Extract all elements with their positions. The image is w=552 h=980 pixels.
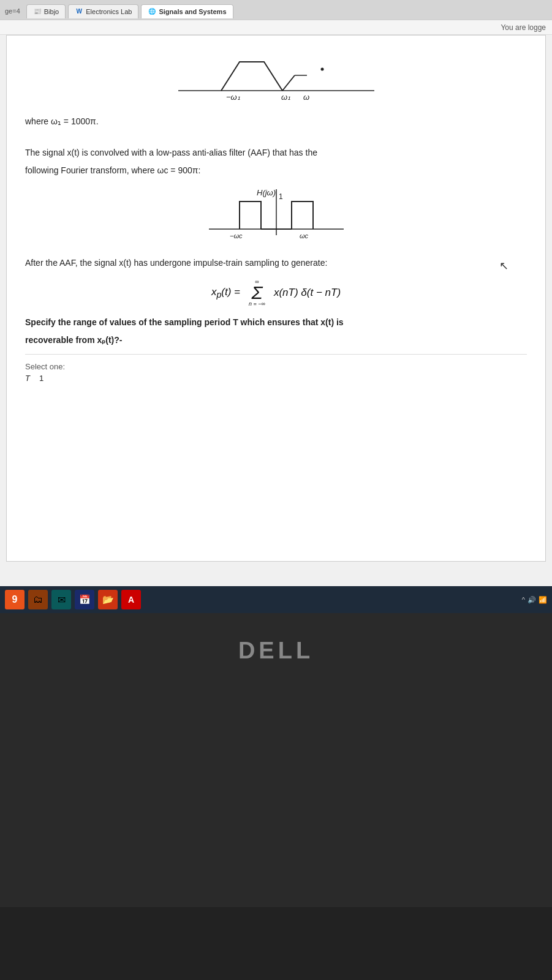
svg-text:ωc: ωc: [300, 232, 309, 239]
orange-icon-label: 9: [12, 594, 18, 605]
signals-icon: 🌐: [148, 7, 156, 16]
bibjo-icon: 📰: [33, 7, 42, 16]
tab-bibjo-label: Bibjo: [44, 8, 59, 15]
dell-logo-container: DELL: [238, 638, 314, 664]
formula-rest: x(nT) δ(t − nT): [274, 287, 341, 299]
divider: [25, 354, 527, 355]
taskbar-icon-pdf[interactable]: A: [121, 590, 141, 609]
cursor-icon: ↖: [499, 259, 509, 273]
svg-text:ω₁: ω₁: [281, 92, 290, 102]
taskbar: 9 🗂 ✉ 📅 📂 A ^ 🔊 📶: [0, 586, 552, 613]
tab-electronics-label: Electronics Lab: [86, 8, 132, 15]
omega-line: where ω₁ = 1000π.: [25, 115, 527, 128]
specify-line2: recoverable from xₚ(t)?-: [25, 334, 527, 347]
svg-line-1: [282, 75, 295, 91]
folder-icon-symbol: 🗂: [33, 594, 43, 605]
specify-line1: Specify the range of values of the sampl…: [25, 316, 527, 329]
answer-row-1: T 1: [25, 374, 527, 383]
files-icon-symbol: 📂: [102, 594, 114, 605]
dell-logo: DELL: [238, 638, 314, 663]
after-aaf-line: After the AAF, the signal x(t) has under…: [25, 257, 527, 270]
signal-diagram: −ω₁ ω₁ ω: [25, 51, 527, 106]
calendar-icon-symbol: 📅: [79, 594, 91, 605]
para1-line1: The signal x(t) is convolved with a low-…: [25, 146, 527, 159]
taskbar-icon-folder[interactable]: 🗂: [28, 590, 48, 609]
keyboard-area: 🔍 F8 🔍 F9 F10 ✳ F11 ✳ F12 PrtScr Insert: [0, 907, 552, 980]
laptop-body: DELL: [0, 613, 552, 907]
answer-label-t: T: [25, 374, 30, 383]
svg-text:H(jω): H(jω): [257, 188, 276, 197]
formula-area: xp(t) = ∞ Σ n = −∞ x(nT) δ(t − nT): [25, 279, 527, 307]
pdf-icon-symbol: A: [128, 595, 134, 605]
sigma-bottom: n = −∞: [249, 301, 265, 307]
taskbar-right: ^ 🔊 📶: [522, 596, 547, 604]
status-bar: You are logge: [0, 20, 552, 35]
content-area: −ω₁ ω₁ ω where ω₁ = 1000π. The signal x(…: [0, 35, 552, 586]
svg-text:1: 1: [279, 192, 283, 201]
content-paper: −ω₁ ω₁ ω where ω₁ = 1000π. The signal x(…: [6, 35, 546, 562]
svg-text:−ωc: −ωc: [230, 232, 243, 239]
tab-bibjo[interactable]: 📰 Bibjo: [26, 4, 66, 18]
tab-signals-label: Signals and Systems: [159, 8, 226, 15]
taskbar-network: 📶: [539, 596, 547, 604]
formula-xp: xp(t) =: [211, 286, 240, 300]
para1-line2: following Fourier transform, where ωc = …: [25, 164, 527, 177]
mail-icon-symbol: ✉: [58, 594, 66, 606]
taskbar-icon-files[interactable]: 📂: [98, 590, 118, 609]
taskbar-icon-mail[interactable]: ✉: [51, 590, 71, 609]
electronics-icon: W: [75, 7, 83, 16]
answer-value-1: 1: [39, 374, 43, 383]
taskbar-arrow: ^: [522, 596, 525, 603]
hjw-diagram: H(jω) 1 −ωc ωc: [25, 183, 527, 251]
svg-text:−ω₁: −ω₁: [226, 92, 240, 102]
svg-point-6: [320, 68, 323, 71]
tab-electronics[interactable]: W Electronics Lab: [68, 4, 138, 18]
tab-signals[interactable]: 🌐 Signals and Systems: [141, 4, 233, 18]
browser-chrome: ge=4 📰 Bibjo W Electronics Lab 🌐 Signals…: [0, 0, 552, 20]
taskbar-icon-orange[interactable]: 9: [5, 590, 25, 609]
sigma-symbol: Σ: [251, 284, 262, 302]
svg-text:ω: ω: [303, 92, 309, 102]
tab-label-ge: ge=4: [5, 7, 20, 15]
taskbar-icon-calendar[interactable]: 📅: [75, 590, 94, 609]
tab-bar: ge=4 📰 Bibjo W Electronics Lab 🌐 Signals…: [0, 0, 552, 20]
select-label: Select one:: [25, 362, 527, 371]
status-text: You are logge: [501, 23, 546, 32]
taskbar-volume: 🔊: [527, 596, 536, 604]
